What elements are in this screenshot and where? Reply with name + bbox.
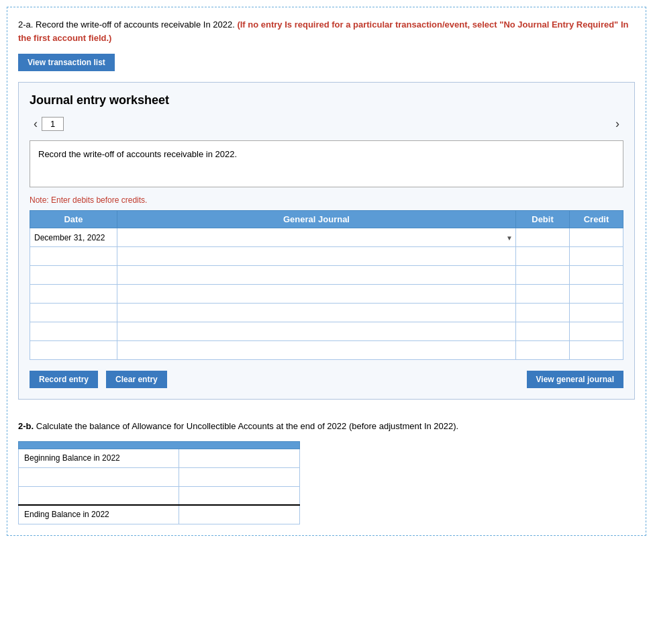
balance-label-cell: Beginning Balance in 2022 xyxy=(19,449,179,467)
col-header-debit: Debit xyxy=(516,211,570,228)
instruction-prefix: 2-a. xyxy=(18,19,33,30)
view-general-journal-button[interactable]: View general journal xyxy=(527,371,623,388)
section-2b-normal: Calculate the balance of Allowance for U… xyxy=(36,421,458,431)
balance-value-cell[interactable] xyxy=(179,505,300,524)
table-row xyxy=(30,341,623,360)
page-number-tab: 1 xyxy=(42,117,64,131)
date-cell: December 31, 2022 xyxy=(30,228,117,247)
worksheet-nav-row: ‹ 1 › xyxy=(30,116,623,132)
balance-table-row xyxy=(19,486,300,505)
record-entry-button[interactable]: Record entry xyxy=(30,371,98,388)
journal-table: Date General Journal Debit Credit Decemb… xyxy=(30,210,623,360)
section-2b-prefix: 2-b. xyxy=(18,421,34,431)
table-row xyxy=(30,304,623,322)
worksheet-description: Record the write-off of accounts receiva… xyxy=(30,140,623,187)
balance-label-cell: Ending Balance in 2022 xyxy=(19,505,179,524)
col-header-date: Date xyxy=(30,211,117,228)
debit-cell[interactable] xyxy=(516,285,570,304)
journal-entry-worksheet: Journal entry worksheet ‹ 1 › Record the… xyxy=(18,82,635,400)
balance-table-row: Beginning Balance in 2022 xyxy=(19,449,300,467)
nav-left-arrow[interactable]: ‹ xyxy=(30,116,42,132)
debit-cell[interactable] xyxy=(516,247,570,266)
action-row: Record entry Clear entry View general jo… xyxy=(30,371,623,388)
balance-label-cell xyxy=(19,486,179,505)
credit-cell[interactable] xyxy=(570,266,623,285)
general-journal-cell[interactable] xyxy=(117,304,516,322)
debit-cell[interactable] xyxy=(516,304,570,322)
col-header-general-journal: General Journal xyxy=(117,211,516,228)
balance-table: Beginning Balance in 2022Ending Balance … xyxy=(18,441,300,524)
general-journal-cell[interactable]: ▼ xyxy=(117,228,516,247)
worksheet-title: Journal entry worksheet xyxy=(30,93,623,107)
general-journal-cell[interactable] xyxy=(117,322,516,341)
credit-cell[interactable] xyxy=(570,341,623,360)
credit-cell[interactable] xyxy=(570,285,623,304)
date-cell xyxy=(30,285,117,304)
table-row xyxy=(30,322,623,341)
instruction-normal: Record the write-off of accounts receiva… xyxy=(36,19,235,30)
table-row: December 31, 2022▼ xyxy=(30,228,623,247)
balance-table-row xyxy=(19,467,300,486)
nav-right-arrow[interactable]: › xyxy=(611,116,623,132)
debit-cell[interactable] xyxy=(516,322,570,341)
date-cell xyxy=(30,322,117,341)
debit-cell[interactable] xyxy=(516,341,570,360)
section-2b: 2-b. Calculate the balance of Allowance … xyxy=(18,420,635,524)
date-cell xyxy=(30,266,117,285)
table-row xyxy=(30,247,623,266)
balance-table-header xyxy=(19,441,300,449)
debit-cell[interactable] xyxy=(516,266,570,285)
instruction-2a: 2-a. Record the write-off of accounts re… xyxy=(18,18,635,44)
credit-cell[interactable] xyxy=(570,322,623,341)
general-journal-cell[interactable] xyxy=(117,247,516,266)
balance-label-cell xyxy=(19,467,179,486)
general-journal-cell[interactable] xyxy=(117,285,516,304)
credit-cell[interactable] xyxy=(570,247,623,266)
note-text: Note: Enter debits before credits. xyxy=(30,195,623,205)
date-cell xyxy=(30,304,117,322)
general-journal-cell[interactable] xyxy=(117,266,516,285)
col-header-credit: Credit xyxy=(570,211,623,228)
balance-value-cell[interactable] xyxy=(179,467,300,486)
balance-table-row: Ending Balance in 2022 xyxy=(19,505,300,524)
view-transaction-button[interactable]: View transaction list xyxy=(18,54,115,71)
general-journal-cell[interactable] xyxy=(117,341,516,360)
table-row xyxy=(30,266,623,285)
balance-value-cell[interactable] xyxy=(179,449,300,467)
clear-entry-button[interactable]: Clear entry xyxy=(106,371,167,388)
balance-value-cell[interactable] xyxy=(179,486,300,505)
section-2b-instruction: 2-b. Calculate the balance of Allowance … xyxy=(18,420,635,433)
debit-cell[interactable] xyxy=(516,228,570,247)
page-container: 2-a. Record the write-off of accounts re… xyxy=(7,7,646,536)
date-cell xyxy=(30,247,117,266)
credit-cell[interactable] xyxy=(570,304,623,322)
date-cell xyxy=(30,341,117,360)
credit-cell[interactable] xyxy=(570,228,623,247)
table-row xyxy=(30,285,623,304)
dropdown-arrow-icon: ▼ xyxy=(506,234,513,241)
